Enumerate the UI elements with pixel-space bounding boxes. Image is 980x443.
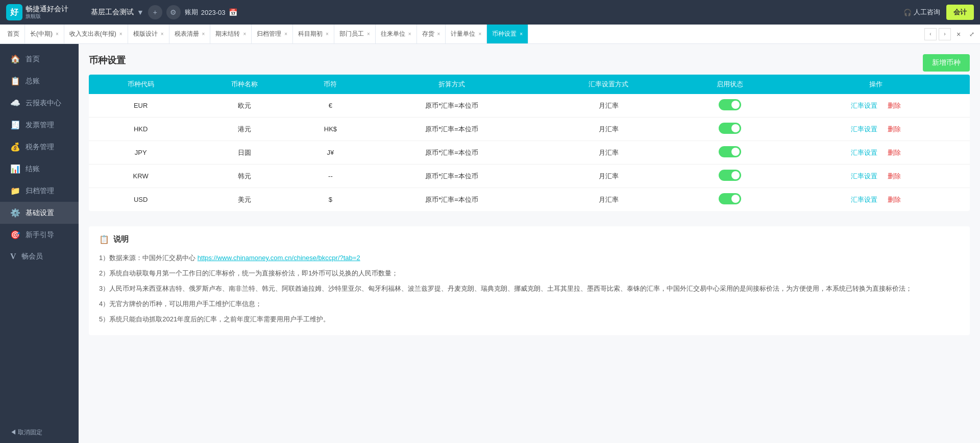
- sidebar-item-basic-settings-label: 基础设置: [26, 208, 54, 218]
- tab-bar: 首页 长(中期) × 收入支出表(年报) × 模版设计 × 税表清册 × 期末结…: [0, 25, 980, 44]
- invoice-icon: 🧾: [10, 120, 20, 130]
- tab-inventory[interactable]: 存货 ×: [417, 25, 446, 44]
- tab-home[interactable]: 首页: [2, 25, 25, 44]
- cell-rate-type-1: 月汇率: [539, 118, 678, 141]
- tab-expand-button[interactable]: ⤢: [966, 28, 978, 40]
- sidebar-pin-label: ◀ 取消固定: [10, 428, 42, 437]
- table-row: KRW 韩元 -- 原币*汇率=本位币 月汇率 汇率设置 删除: [89, 165, 970, 188]
- tab-unit-close[interactable]: ×: [478, 31, 481, 37]
- delete-link-0[interactable]: 删除: [888, 102, 901, 109]
- sidebar-item-settlement[interactable]: 📊 结账: [0, 158, 79, 180]
- tab-income[interactable]: 收入支出表(年报) ×: [64, 25, 128, 44]
- tab-period[interactable]: 长(中期) ×: [25, 25, 64, 44]
- tab-income-close[interactable]: ×: [119, 31, 122, 37]
- cell-actions-1: 汇率设置 删除: [782, 118, 970, 141]
- calendar-icon[interactable]: 📅: [229, 8, 237, 16]
- sidebar-item-cloud-reports[interactable]: ☁️ 云报表中心: [0, 92, 79, 114]
- sidebar-item-cloud-reports-label: 云报表中心: [26, 99, 61, 108]
- tab-contacts-close[interactable]: ×: [408, 31, 411, 37]
- delete-link-3[interactable]: 删除: [888, 172, 901, 180]
- tab-tax-schedule-label: 税表清册: [175, 30, 199, 38]
- sidebar-item-vip-label: 畅会员: [21, 252, 43, 261]
- tab-contacts[interactable]: 往来单位 ×: [376, 25, 417, 44]
- sidebar-item-invoice-label: 发票管理: [26, 121, 54, 130]
- add-tab-button[interactable]: +: [148, 5, 162, 19]
- rate-setting-link-4[interactable]: 汇率设置: [851, 196, 877, 203]
- sidebar-item-ledger[interactable]: 📋 总账: [0, 70, 79, 92]
- tab-unit-label: 计量单位: [451, 30, 475, 38]
- delete-link-2[interactable]: 删除: [888, 149, 901, 156]
- delete-link-4[interactable]: 删除: [888, 196, 901, 203]
- content-area: 币种设置 新增币种 币种代码 币种名称 币符 折算方式 汇率设置方式 启用状态 …: [79, 44, 980, 443]
- tab-currency[interactable]: 币种设置 ×: [487, 25, 528, 44]
- tab-period-close-x[interactable]: ×: [243, 31, 246, 37]
- home-icon: 🏠: [10, 54, 20, 64]
- delete-link-1[interactable]: 删除: [888, 125, 901, 133]
- company-selector[interactable]: 基层工会测试 ▼: [91, 8, 144, 17]
- tab-dept-staff[interactable]: 部门员工 ×: [334, 25, 376, 44]
- sidebar-item-tax[interactable]: 💰 税务管理: [0, 136, 79, 158]
- toggle-enabled-1[interactable]: [719, 123, 741, 134]
- sidebar-item-ledger-label: 总账: [26, 77, 40, 86]
- cloud-icon: ☁️: [10, 98, 20, 108]
- tax-icon: 💰: [10, 142, 20, 152]
- tab-tax-schedule-close[interactable]: ×: [202, 31, 205, 37]
- cell-name-1: 港元: [192, 118, 296, 141]
- tab-tax-schedule[interactable]: 税表清册 ×: [169, 25, 211, 44]
- toggle-enabled-2[interactable]: [719, 146, 741, 157]
- cell-symbol-4: $: [297, 188, 365, 212]
- tab-inventory-close[interactable]: ×: [437, 31, 440, 37]
- sidebar: 🏠 首页 📋 总账 ☁️ 云报表中心 🧾 发票管理 💰 税务管理 📊 结账 📁 …: [0, 44, 79, 443]
- toggle-enabled-3[interactable]: [719, 170, 741, 181]
- sidebar-item-archive[interactable]: 📁 归档管理: [0, 180, 79, 202]
- tab-currency-label: 币种设置: [492, 30, 517, 38]
- tab-income-label: 收入支出表(年报): [69, 30, 116, 38]
- sidebar-pin-toggle[interactable]: ◀ 取消固定: [0, 422, 79, 443]
- rate-setting-link-0[interactable]: 汇率设置: [851, 102, 877, 109]
- tab-prev-button[interactable]: ‹: [924, 28, 937, 40]
- cell-name-2: 日圆: [192, 141, 296, 165]
- notes-external-link[interactable]: https://www.chinamoney.com.cn/chinese/bk…: [198, 254, 360, 262]
- guide-icon: 🎯: [10, 230, 20, 240]
- col-header-status: 启用状态: [678, 75, 782, 94]
- toggle-enabled-4[interactable]: [719, 193, 741, 204]
- tab-dept-staff-close[interactable]: ×: [367, 31, 370, 37]
- cell-calc-0: 原币*汇率=本位币: [364, 94, 538, 118]
- sidebar-item-guide[interactable]: 🎯 新手引导: [0, 224, 79, 246]
- tab-subject-init[interactable]: 科目期初 ×: [293, 25, 334, 44]
- rate-setting-link-1[interactable]: 汇率设置: [851, 125, 877, 133]
- cell-code-4: USD: [89, 188, 192, 212]
- table-row: USD 美元 $ 原币*汇率=本位币 月汇率 汇率设置 删除: [89, 188, 970, 212]
- toggle-enabled-0[interactable]: [719, 99, 741, 110]
- tab-template[interactable]: 模版设计 ×: [128, 25, 169, 44]
- rate-setting-link-2[interactable]: 汇率设置: [851, 149, 877, 156]
- sidebar-item-invoice[interactable]: 🧾 发票管理: [0, 114, 79, 136]
- tab-period-close[interactable]: ×: [56, 31, 59, 37]
- notes-item-2: 3）人民币对马来西亚林吉特、俄罗斯卢布、南非兰特、韩元、阿联酋迪拉姆、沙特里亚尔…: [99, 281, 960, 296]
- tab-currency-close[interactable]: ×: [520, 31, 523, 37]
- new-currency-button[interactable]: 新增币种: [923, 54, 970, 72]
- sidebar-item-home[interactable]: 🏠 首页: [0, 48, 79, 70]
- rate-setting-link-3[interactable]: 汇率设置: [851, 172, 877, 180]
- cell-rate-type-3: 月汇率: [539, 165, 678, 188]
- tab-unit[interactable]: 计量单位 ×: [446, 25, 487, 44]
- cell-symbol-0: €: [297, 94, 365, 118]
- header-center: 基层工会测试 ▼ + ⚙ 账期 2023-03 📅: [91, 5, 897, 19]
- tab-next-button[interactable]: ›: [939, 28, 951, 40]
- sidebar-item-home-label: 首页: [26, 55, 40, 64]
- sidebar-item-vip[interactable]: V 畅会员: [0, 246, 79, 267]
- tab-template-close[interactable]: ×: [161, 31, 164, 37]
- sidebar-item-basic-settings[interactable]: ⚙️ 基础设置: [0, 202, 79, 224]
- kuaiji-button[interactable]: 会计: [946, 5, 974, 20]
- currency-table: 币种代码 币种名称 币符 折算方式 汇率设置方式 启用状态 操作 EUR 欧元 …: [89, 75, 970, 211]
- tab-archive-close[interactable]: ×: [284, 31, 287, 37]
- table-row: EUR 欧元 € 原币*汇率=本位币 月汇率 汇率设置 删除: [89, 94, 970, 118]
- tab-subject-init-close[interactable]: ×: [326, 31, 329, 37]
- settings-icon[interactable]: ⚙: [166, 5, 181, 19]
- tab-archive[interactable]: 归档管理 ×: [252, 25, 293, 44]
- customer-service-link[interactable]: 🎧 人工咨询: [903, 8, 940, 17]
- tab-close-all-button[interactable]: ×: [952, 28, 965, 40]
- tab-period-close-tab[interactable]: 期末结转 ×: [210, 25, 252, 44]
- cell-code-3: KRW: [89, 165, 192, 188]
- logo-text-area: 畅捷通好会计 旗舰版: [26, 5, 68, 20]
